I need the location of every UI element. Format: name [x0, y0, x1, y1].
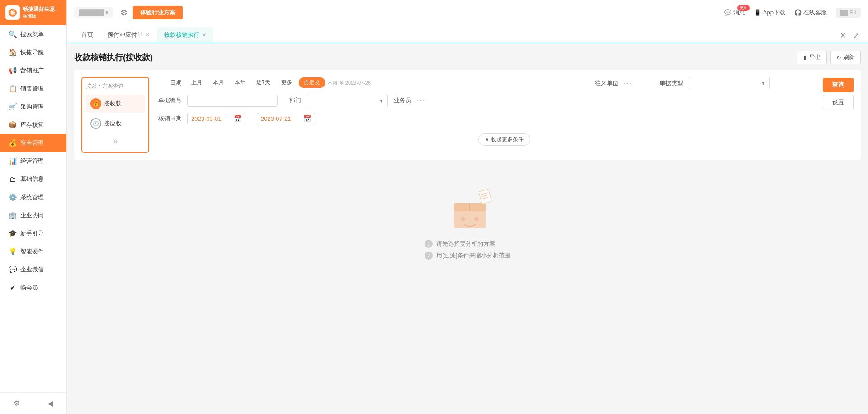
- tab-collect-close[interactable]: ✕: [202, 32, 206, 38]
- filter-scheme-panel: 按以下方案查询 💰 按收款 🕐 按应收 »: [81, 77, 149, 153]
- doctype-select[interactable]: ▾: [689, 77, 770, 89]
- sidebar-item-operation[interactable]: 📊 经营管理: [0, 152, 66, 170]
- date-label: 日期: [155, 79, 182, 87]
- sidebar-item-hardware[interactable]: 💡 智能硬件: [0, 243, 66, 261]
- counterpart-dots[interactable]: ···: [624, 79, 632, 87]
- phone-icon: 📱: [754, 9, 761, 16]
- dept-label: 部门: [283, 96, 301, 105]
- date-btn-7days[interactable]: 近7天: [252, 77, 274, 88]
- dept-select[interactable]: ▾: [307, 94, 388, 107]
- sidebar-label-guide: 新手引导: [20, 229, 44, 238]
- sidebar-item-marketing[interactable]: 📢 营销推广: [0, 62, 66, 80]
- system-icon: ⚙️: [9, 193, 17, 201]
- company-name: ██████: [79, 9, 104, 16]
- sidebar-item-system[interactable]: ⚙️ 系统管理: [0, 188, 66, 206]
- sidebar-item-collab[interactable]: 🏢 企业协同: [0, 206, 66, 224]
- sidebar-label-quick: 快捷导航: [20, 48, 44, 57]
- svg-point-6: [474, 217, 479, 221]
- sidebar-label-system: 系统管理: [20, 193, 44, 201]
- sidebar-item-quick[interactable]: 🏠 快捷导航: [0, 43, 66, 62]
- sidebar-item-member[interactable]: ✔ 畅会员: [0, 279, 66, 297]
- collapse-more-button[interactable]: ∧ 收起更多条件: [478, 133, 530, 146]
- sidebar-item-inventory[interactable]: 📦 库存核算: [0, 116, 66, 134]
- docno-label: 单据编号: [155, 96, 182, 105]
- purchase-icon: 🛒: [9, 103, 17, 111]
- sidebar-item-wechat[interactable]: 💬 企业微信: [0, 261, 66, 279]
- svg-text:畅: 畅: [10, 10, 15, 15]
- sidebar-item-search[interactable]: 🔍 搜索菜单: [0, 25, 66, 43]
- sidebar: 畅 畅捷通好生意 标准版 🔍 搜索菜单 🏠 快捷导航 📢 营销推广 📋 销售管理…: [0, 0, 67, 414]
- tab-collect[interactable]: 收款核销执行 ✕: [157, 27, 213, 43]
- topbar-right: 💬 消息 99+ 📱 App下载 🎧 在线客服 ██ Rit: [724, 8, 861, 18]
- sidebar-item-basic[interactable]: 🗂 基础信息: [0, 170, 66, 188]
- verify-date-start-input[interactable]: [191, 115, 232, 122]
- sidebar-label-operation: 经营管理: [20, 157, 44, 165]
- filter-row-verifydate: 核销日期 📅 — 📅: [155, 113, 586, 124]
- filter-collapse-btn[interactable]: »: [86, 134, 145, 148]
- page-content: 收款核销执行(按收款) ⬆ 导出 ↻ 刷新 按以下方案查询 💰 按收款: [67, 43, 868, 414]
- tab-expand-btn[interactable]: ⤢: [851, 30, 861, 41]
- salesman-dots[interactable]: ···: [417, 96, 425, 105]
- docno-input[interactable]: [187, 95, 278, 107]
- date-btn-more[interactable]: 更多: [277, 77, 296, 88]
- sidebar-label-basic: 基础信息: [20, 175, 44, 183]
- sidebar-item-sales[interactable]: 📋 销售管理: [0, 80, 66, 98]
- calendar-end-icon[interactable]: 📅: [303, 115, 311, 122]
- tab-prepay-close[interactable]: ✕: [146, 32, 150, 38]
- sidebar-label-search: 搜索菜单: [20, 30, 44, 38]
- megaphone-icon: 📢: [9, 67, 17, 75]
- calendar-start-icon[interactable]: 📅: [234, 115, 241, 122]
- verify-date-end-input[interactable]: [261, 115, 302, 122]
- sidebar-label-member: 畅会员: [20, 284, 38, 292]
- sidebar-collapse-btn[interactable]: ◀: [43, 396, 57, 410]
- page-actions: ⬆ 导出 ↻ 刷新: [797, 51, 861, 64]
- sidebar-item-purchase[interactable]: 🛒 采购管理: [0, 98, 66, 116]
- date-btn-thisyear[interactable]: 本年: [231, 77, 250, 88]
- app-download-item[interactable]: 📱 App下载: [754, 9, 785, 17]
- tab-home[interactable]: 首页: [74, 27, 100, 43]
- date-btn-thismonth[interactable]: 本月: [209, 77, 228, 88]
- message-item[interactable]: 💬 消息 99+: [724, 9, 745, 17]
- inventory-icon: 📦: [9, 121, 17, 129]
- tab-close-all-btn[interactable]: ✕: [838, 30, 848, 41]
- app-logo: 畅 畅捷通好生意 标准版: [0, 0, 66, 25]
- date-btn-lastmonth[interactable]: 上月: [187, 77, 206, 88]
- date-options-group: 上月 本月 本年 近7天 更多 自定义 不限 至 2023-07-26: [187, 77, 371, 88]
- online-service-item[interactable]: 🎧 在线客服: [794, 9, 827, 17]
- topbar-settings-icon[interactable]: ⚙: [120, 8, 127, 18]
- sales-icon: 📋: [9, 85, 17, 93]
- filter-area: 按以下方案查询 💰 按收款 🕐 按应收 »: [74, 70, 861, 160]
- user-info[interactable]: ██ Rit: [836, 8, 861, 18]
- message-badge: 99+: [737, 5, 750, 11]
- collapse-more-icon: ∧: [485, 137, 489, 143]
- date-btn-custom[interactable]: 自定义: [299, 77, 325, 88]
- filter-option-receipt[interactable]: 💰 按收款: [86, 95, 145, 113]
- solution-button[interactable]: 体验行业方案: [133, 6, 183, 19]
- verify-date-label: 核销日期: [155, 114, 182, 123]
- export-button[interactable]: ⬆ 导出: [797, 51, 827, 64]
- company-selector[interactable]: ██████ ▾: [74, 7, 113, 18]
- verify-date-start-wrap: 📅: [187, 113, 245, 124]
- tab-prepay[interactable]: 预付冲应付单 ✕: [100, 27, 157, 43]
- sidebar-item-finance[interactable]: 💰 资金管理: [0, 134, 66, 152]
- empty-tip-2: 2 用[过滤]条件来缩小分析范围: [425, 252, 510, 260]
- main-area: ██████ ▾ ⚙ 体验行业方案 💬 消息 99+ 📱 App下载 🎧 在线客…: [67, 0, 868, 414]
- filter-form: 日期 上月 本月 本年 近7天 更多 自定义 不限 至 2023-07-26: [155, 77, 854, 153]
- sidebar-settings-btn[interactable]: ⚙: [9, 396, 24, 410]
- date-limit: 不限 至 2023-07-26: [328, 80, 371, 86]
- collapse-more-row: ∧ 收起更多条件: [155, 133, 854, 146]
- page-title: 收款核销执行(按收款): [74, 52, 153, 63]
- refresh-button[interactable]: ↻ 刷新: [830, 51, 861, 64]
- sidebar-label-hardware: 智能硬件: [20, 247, 44, 256]
- query-button[interactable]: 查询: [823, 78, 854, 92]
- filter-option-receivable-label: 按应收: [104, 119, 122, 128]
- tab-prepay-label: 预付冲应付单: [108, 31, 143, 39]
- svg-rect-7: [479, 189, 491, 204]
- export-icon: ⬆: [802, 54, 807, 61]
- receipt-icon: 💰: [90, 98, 101, 109]
- filter-option-receivable[interactable]: 🕐 按应收: [86, 114, 145, 133]
- filter-settings-button[interactable]: 设置: [823, 95, 854, 109]
- sidebar-item-guide[interactable]: 🎓 新手引导: [0, 224, 66, 243]
- home-icon: 🏠: [9, 48, 17, 57]
- collab-icon: 🏢: [9, 211, 17, 219]
